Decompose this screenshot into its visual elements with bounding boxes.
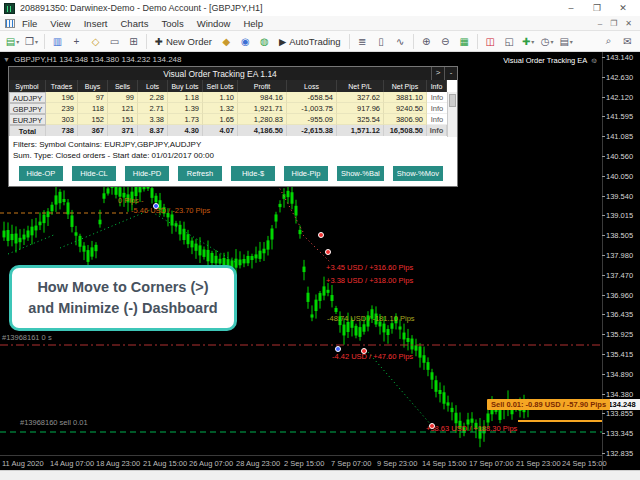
info-link[interactable]: Info xyxy=(427,103,447,114)
ea-dashboard-panel[interactable]: Visual Order Tracking EA 1.14 > - Symbol… xyxy=(8,66,458,187)
autotrading-button[interactable]: ▶ AutoTrading xyxy=(274,33,346,50)
close-button[interactable]: ✕ xyxy=(610,0,636,16)
market-button[interactable]: ◍ xyxy=(256,33,273,50)
scrollbar-thumb[interactable] xyxy=(449,94,456,107)
time-tick-label: 24 Sep 15:00 xyxy=(562,459,607,468)
info-link[interactable]: Info xyxy=(427,125,447,136)
auto-scroll-button[interactable]: ◫ xyxy=(482,33,499,50)
maximize-button[interactable]: ❐ xyxy=(584,0,610,16)
time-tick-label: 2 Sep 15:00 xyxy=(284,459,324,468)
new-order-button[interactable]: ✚ New Order xyxy=(150,33,217,50)
menu-help[interactable]: Help xyxy=(243,18,263,29)
support-chat-icon[interactable]: ✉ xyxy=(619,33,636,50)
info-link[interactable]: Info xyxy=(427,114,447,125)
show-%bal-button[interactable]: Show-%Bal xyxy=(337,166,384,181)
price-tick-label: 135.925 xyxy=(606,330,633,339)
metaeditor-button[interactable]: ◆ xyxy=(218,33,235,50)
show-%mov-button[interactable]: Show-%Mov xyxy=(393,166,443,181)
new-chart-button[interactable]: ▤▾ xyxy=(4,33,21,50)
price-tick-label: 140.560 xyxy=(606,152,633,161)
trade-marker-icon xyxy=(335,346,341,352)
filters-line: Filters: Symbol Contains: EURJPY,GBPJPY,… xyxy=(13,139,457,150)
column-header-profit: Profit xyxy=(238,80,287,92)
price-tick-label: 134.890 xyxy=(606,370,633,379)
refresh-button[interactable]: Refresh xyxy=(178,166,222,181)
price-tick-label: 135.415 xyxy=(606,350,633,359)
info-link[interactable]: Info xyxy=(427,92,447,103)
table-cell: 917.96 xyxy=(337,103,384,114)
minimize-button[interactable]: – xyxy=(558,0,584,16)
status-bar xyxy=(0,470,640,480)
hide-pd-button[interactable]: Hide-PD xyxy=(125,166,169,181)
mdi-minimize-button[interactable]: – xyxy=(598,19,602,28)
total-cell: 4.07 xyxy=(203,125,238,136)
menu-charts[interactable]: Charts xyxy=(121,18,149,29)
time-tick-label: 9 Sep 23:00 xyxy=(377,459,417,468)
hide-op-button[interactable]: Hide-OP xyxy=(19,166,63,181)
price-tick-label: 137.470 xyxy=(606,271,633,280)
community-button[interactable]: ◉ xyxy=(237,33,254,50)
hide-pip-button[interactable]: Hide-Pip xyxy=(284,166,328,181)
indicators-button[interactable]: ✚▾ xyxy=(520,33,537,50)
price-tick-label: 134.380 xyxy=(606,390,633,399)
time-tick-label: 28 Aug 23:00 xyxy=(236,459,280,468)
column-header-buys: Buys xyxy=(78,80,108,92)
table-cell: 3806.90 xyxy=(384,114,427,125)
move-corner-button[interactable]: > xyxy=(431,67,444,80)
menu-insert[interactable]: Insert xyxy=(84,18,108,29)
trade-result-label: -4.42 USD / +47.60 Pips xyxy=(332,352,413,361)
chart-menu-icon[interactable] xyxy=(5,19,15,28)
toolbar-separator xyxy=(349,34,350,49)
menu-file[interactable]: File xyxy=(22,18,37,29)
panel-title-bar[interactable]: Visual Order Tracking EA 1.14 > - xyxy=(9,67,457,80)
symbol-button[interactable]: GBPJPY xyxy=(9,103,46,114)
zoom-out-button[interactable]: ⊖ xyxy=(437,33,454,50)
table-cell: 196 xyxy=(46,92,78,103)
time-tick-label: 7 Sep 07:00 xyxy=(331,459,371,468)
time-axis[interactable]: 11 Aug 202014 Aug 07:0018 Aug 23:0021 Au… xyxy=(0,455,602,470)
menu-tools[interactable]: Tools xyxy=(161,18,183,29)
tile-windows-button[interactable]: ▦ xyxy=(456,33,473,50)
menu-view[interactable]: View xyxy=(50,18,70,29)
total-cell: 367 xyxy=(78,125,108,136)
strategy-tester-button[interactable]: ⊞ xyxy=(125,33,142,50)
symbol-button[interactable]: AUDJPY xyxy=(9,92,46,103)
candle-chart-button[interactable]: ▯ xyxy=(373,33,390,50)
price-tick-label: 138.505 xyxy=(606,231,633,240)
navigator-button[interactable]: ◇ xyxy=(87,33,104,50)
toolbar-separator xyxy=(146,34,147,49)
line-chart-button[interactable]: ∿ xyxy=(392,33,409,50)
mdi-restore-button[interactable]: ❐ xyxy=(610,19,617,28)
mdi-close-button[interactable]: ✕ xyxy=(625,19,632,28)
play-icon: ▶ xyxy=(279,36,286,47)
hide-cl-button[interactable]: Hide-CL xyxy=(72,166,116,181)
profiles-button[interactable]: ❐▾ xyxy=(23,33,40,50)
panel-filters: Filters: Symbol Contains: EURJPY,GBPJPY,… xyxy=(9,136,457,162)
minimize-panel-button[interactable]: - xyxy=(444,67,457,80)
panel-title: Visual Order Tracking EA 1.14 xyxy=(9,69,431,79)
total-cell: 8.37 xyxy=(138,125,168,136)
zoom-in-button[interactable]: ⊕ xyxy=(418,33,435,50)
table-cell: 1,921.71 xyxy=(238,103,287,114)
terminal-button[interactable]: ▭ xyxy=(106,33,123,50)
price-tick-label: 139.015 xyxy=(606,211,633,220)
bar-chart-button[interactable]: ≣ xyxy=(354,33,371,50)
symbol-button[interactable]: EURJPY xyxy=(9,114,46,125)
table-cell: -658.54 xyxy=(287,92,337,103)
hide---button[interactable]: Hide-$ xyxy=(231,166,275,181)
crosshair-button[interactable]: + xyxy=(68,33,85,50)
price-tick-label: 136.435 xyxy=(606,310,633,319)
total-cell: -2,615.38 xyxy=(287,125,337,136)
market-watch-button[interactable]: ▥ xyxy=(49,33,66,50)
panel-scrollbar[interactable] xyxy=(447,92,457,137)
filters-line: Sum. Type: Closed orders - Start date: 0… xyxy=(13,150,457,161)
chart-shift-button[interactable]: ◱ xyxy=(501,33,518,50)
chevron-down-icon[interactable]: ▼ xyxy=(3,56,10,63)
menu-window[interactable]: Window xyxy=(197,18,231,29)
title-bar[interactable]: 208891350: Darwinex-Demo - Demo Account … xyxy=(0,0,640,16)
menu-bar: File View Insert Charts Tools Window Hel… xyxy=(0,16,640,31)
price-tick-label: 137.980 xyxy=(606,251,633,260)
templates-button[interactable]: ▤▾ xyxy=(558,33,575,50)
search-icon[interactable]: ⌕ xyxy=(600,33,617,50)
periods-button[interactable]: ◷▾ xyxy=(539,33,556,50)
